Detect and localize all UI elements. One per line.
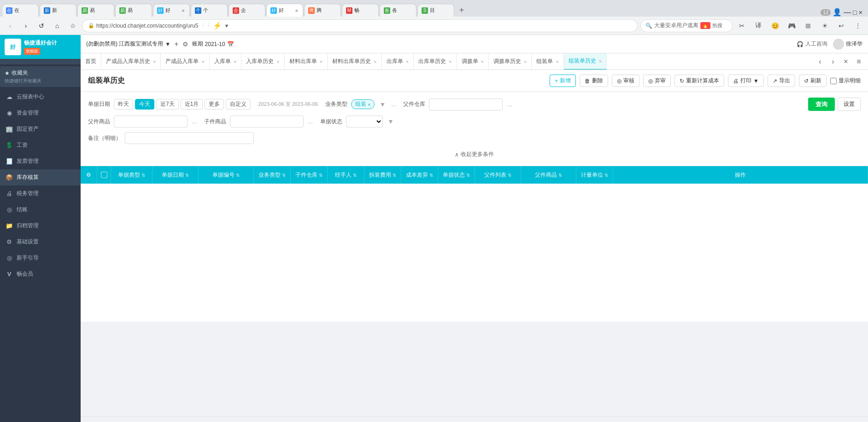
notes-input[interactable] (125, 132, 254, 144)
parent-warehouse-input[interactable] (429, 98, 503, 110)
parent-goods-more-btn[interactable]: ... (192, 118, 197, 125)
nav-tab-assemble-history[interactable]: 组装单历史 × (564, 53, 607, 70)
nav-tab-close-transfer-history[interactable]: × (524, 59, 527, 64)
th-cost-diff[interactable]: 成本差异 ⇅ (401, 166, 438, 184)
nav-tab-close-product-in-history[interactable]: × (153, 59, 156, 64)
nav-tab-transfer-history[interactable]: 调拨单历史 × (489, 53, 532, 70)
th-handler[interactable]: 经手人 ⇅ (328, 166, 364, 184)
sidebar-item-inventory[interactable]: 📦 库存核算 (0, 169, 81, 185)
date-btn-today[interactable]: 今天 (135, 99, 154, 110)
favorite-subtitle[interactable]: 快捷键打开收藏夹 (5, 78, 76, 84)
nav-tab-stock-in-history[interactable]: 入库单历史 × (241, 53, 284, 70)
th-assembly-cost[interactable]: 拆装费用 ⇅ (364, 166, 401, 184)
sidebar-item-guide[interactable]: ◎ 新手引导 (0, 250, 81, 266)
tabs-next-btn[interactable]: › (827, 56, 839, 67)
child-goods-input[interactable] (230, 116, 304, 127)
header-company[interactable]: (勿删勿禁用) 江西服宝测试专用 ▼ (86, 40, 170, 48)
nav-tab-close-material-out-history[interactable]: × (374, 59, 376, 64)
company-dropdown-arrow[interactable]: ▼ (165, 41, 170, 47)
sidebar-item-salary[interactable]: 💲 工资 (0, 137, 81, 153)
back-button[interactable]: ‹ (4, 19, 17, 32)
sidebar-item-fixed-assets[interactable]: 🏢 固定资产 (0, 121, 81, 137)
nav-tab-product-in-history[interactable]: 产成品入库单历史 × (101, 53, 161, 70)
th-bill-date[interactable]: 单据日期 ⇅ (152, 166, 199, 184)
nav-tab-close-product-in[interactable]: × (201, 59, 204, 64)
th-child-warehouse[interactable]: 子件仓库 ⇅ (291, 166, 328, 184)
browser-search-bar[interactable]: 🔍 大量安卓用户逃离 🔥 热搜 (640, 19, 733, 32)
th-unit[interactable]: 计量单位 ⇅ (576, 166, 613, 184)
brightness-btn[interactable]: ☀ (818, 19, 831, 32)
menu-btn[interactable]: ⋮ (851, 19, 864, 32)
reload-button[interactable]: ↺ (35, 19, 48, 32)
sidebar-item-settings[interactable]: ⚙ 基础设置 (0, 234, 81, 250)
nav-tab-assemble[interactable]: 组装单 × (532, 53, 563, 70)
grid-btn[interactable]: ⊞ (802, 19, 815, 32)
th-bill-type[interactable]: 单据类型 ⇅ (111, 166, 152, 184)
sidebar-item-cloud-reports[interactable]: ☁ 云报表中心 (0, 89, 81, 105)
nav-tab-material-out-history[interactable]: 材料出库单历史 × (328, 53, 381, 70)
recalculate-button[interactable]: ↻ 重新计算成本 (674, 75, 724, 87)
bill-status-select[interactable] (346, 116, 383, 127)
scissors-btn[interactable]: ✂ (735, 19, 748, 32)
nav-tab-close-material-out[interactable]: × (320, 59, 323, 64)
calendar-icon[interactable]: 📅 (227, 41, 234, 47)
date-btn-more[interactable]: 更多 (205, 99, 224, 110)
header-user[interactable]: 徐泽华 (833, 39, 862, 50)
audit-button[interactable]: ◎ 审核 (612, 75, 639, 87)
sidebar-item-archive[interactable]: 📁 归档管理 (0, 218, 81, 234)
collapse-more-btn[interactable]: ∧ 收起更多条件 (88, 149, 861, 160)
address-dropdown-arrow[interactable]: ▼ (224, 23, 229, 29)
home-button[interactable]: ⌂ (51, 19, 64, 32)
sidebar-item-invoice[interactable]: 🧾 发票管理 (0, 153, 81, 169)
nav-tab-close-stock-out-history[interactable]: × (449, 59, 452, 64)
browser-tab-9[interactable]: 腾 腾 (304, 4, 341, 17)
th-parent-goods[interactable]: 父件商品 ⇅ (521, 166, 576, 184)
sidebar-item-checkout[interactable]: ◎ 结账 (0, 202, 81, 218)
th-settings[interactable]: ⚙ (81, 166, 97, 184)
tabs-prev-btn[interactable]: ‹ (815, 56, 826, 67)
nav-tab-close-transfer[interactable]: × (481, 59, 484, 64)
nav-tab-close-assemble[interactable]: × (556, 59, 558, 64)
sidebar-account[interactable] (0, 59, 81, 64)
tab-close-5[interactable]: × (181, 8, 186, 13)
th-check[interactable] (97, 166, 111, 184)
maximize-btn[interactable]: □ (853, 9, 856, 16)
nav-tab-close-stock-out[interactable]: × (406, 59, 409, 64)
nav-tab-stock-in[interactable]: 入库单 × (210, 53, 241, 70)
browser-tab-6[interactable]: 个 个 (191, 4, 228, 17)
page-footer-scrollbar[interactable] (81, 416, 868, 422)
print-dropdown-arrow[interactable]: ▼ (753, 78, 759, 84)
browser-tab-7[interactable]: 企 企 (229, 4, 265, 17)
header-service[interactable]: 🎧 人工咨询 (797, 40, 827, 48)
browser-tab-8[interactable]: 好 好 × (266, 4, 303, 17)
browser-tab-3[interactable]: 易 易 (77, 4, 114, 17)
th-biz-type[interactable]: 业务类型 ⇅ (254, 166, 291, 184)
tabs-close-btn[interactable]: × (840, 56, 851, 67)
nav-tab-home[interactable]: 首页 (81, 53, 101, 70)
biz-type-more-btn[interactable]: ... (391, 101, 396, 108)
close-btn[interactable]: × (859, 9, 862, 16)
th-parent-list[interactable]: 父件列表 ⇅ (475, 166, 521, 184)
new-tab-button[interactable]: + (455, 4, 468, 17)
game-btn[interactable]: 🎮 (785, 19, 798, 32)
forward-button[interactable]: › (19, 19, 32, 32)
parent-warehouse-more-btn[interactable]: ... (507, 101, 512, 108)
refresh-button[interactable]: ↺ 刷新 (799, 75, 827, 87)
th-checkbox[interactable] (101, 172, 107, 178)
query-button[interactable]: 查询 (808, 98, 835, 111)
date-btn-7days[interactable]: 近7天 (156, 99, 179, 110)
add-company-btn[interactable]: + (174, 40, 178, 48)
filter-settings-button[interactable]: 设置 (838, 98, 861, 111)
tabs-more-btn[interactable]: ≡ (853, 56, 864, 67)
sidebar-item-capital[interactable]: ◉ 资金管理 (0, 105, 81, 121)
show-detail-checkbox[interactable] (830, 78, 837, 84)
date-btn-1month[interactable]: 近1月 (181, 99, 203, 110)
date-btn-custom[interactable]: 自定义 (226, 99, 251, 110)
export-button[interactable]: ↗ 导出 (768, 75, 795, 87)
nav-tab-transfer[interactable]: 调拨单 × (457, 53, 489, 70)
emoji-btn[interactable]: 😊 (768, 19, 781, 32)
translate-btn[interactable]: 译 (752, 19, 765, 32)
nav-tab-close-stock-in[interactable]: × (234, 59, 236, 64)
browser-tab-2[interactable]: 新 新 (40, 4, 76, 17)
bookmark-button[interactable]: ☆ (66, 19, 79, 32)
